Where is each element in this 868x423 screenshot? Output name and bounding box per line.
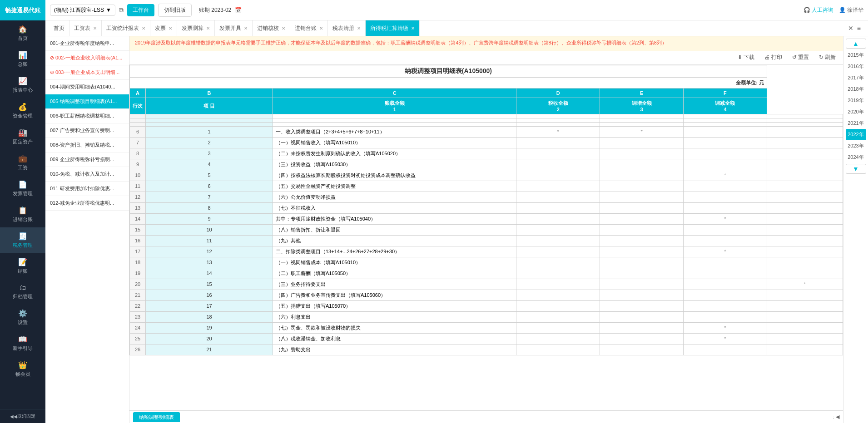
sidebar-item-purchases[interactable]: 📋 进销台账 [0, 202, 45, 227]
row-col-f[interactable] [767, 213, 843, 224]
row-col-c[interactable] [516, 122, 600, 126]
table-row[interactable]: 2116（四）广告费和业务宣传费支出（填写A105060） [130, 290, 843, 300]
row-col-f[interactable] [767, 137, 843, 148]
year-button[interactable]: 2019年 [846, 95, 866, 106]
menu-icon[interactable]: ≡ [857, 25, 861, 32]
row-col-f[interactable] [767, 181, 843, 192]
row-col-c[interactable] [516, 290, 600, 300]
old-version-button[interactable]: 切到旧版 [158, 4, 192, 17]
refresh-button[interactable]: ↻ 刷新 [816, 52, 838, 63]
row-col-f[interactable] [767, 246, 843, 257]
row-col-d[interactable] [600, 246, 684, 257]
row-col-e[interactable]: * [684, 246, 767, 257]
row-col-f[interactable] [767, 118, 843, 122]
row-col-f[interactable] [767, 322, 843, 333]
table-row[interactable]: 149 其中：专项用途财政性资金（填写A105040）* [130, 213, 843, 224]
table-row[interactable]: 94（三）投资收益（填写A105030） [130, 159, 843, 170]
close-tab-icon[interactable]: ✕ [142, 26, 145, 31]
row-col-d[interactable] [600, 122, 684, 126]
left-item-008[interactable]: 008-资产折旧、摊销及纳税... [45, 138, 129, 152]
year-button[interactable]: 2015年 [846, 49, 866, 61]
table-row[interactable]: 1611（九）其他 [130, 235, 843, 246]
table-row[interactable]: 2217（五）捐赠支出（填写A105070） [130, 300, 843, 311]
row-col-f[interactable] [767, 344, 843, 355]
row-col-e[interactable] [684, 202, 767, 213]
close-tab-icon[interactable]: ✕ [93, 26, 97, 31]
row-col-f[interactable] [767, 114, 843, 118]
left-item-009[interactable]: 009-企业所得税弥补亏损明... [45, 152, 129, 167]
tab-close-all[interactable]: ✕ ≡ [844, 25, 864, 32]
copy-icon[interactable]: ⧉ [119, 6, 124, 14]
row-col-f[interactable] [767, 122, 843, 126]
calendar-icon[interactable]: 📅 [235, 7, 242, 13]
left-item-010[interactable]: 010-免税、减计收入及加计... [45, 167, 129, 182]
row-col-c[interactable] [516, 311, 600, 322]
row-col-d[interactable] [600, 114, 684, 118]
tab-invoice-calc[interactable]: 发票测算 ✕ [177, 20, 215, 36]
row-col-e[interactable]: * [684, 170, 767, 181]
row-col-d[interactable] [600, 333, 684, 344]
row-col-d[interactable] [600, 257, 684, 268]
row-col-f[interactable] [767, 202, 843, 213]
left-item-004[interactable]: 004-期间费用明细表(A1040... [45, 80, 129, 94]
table-row[interactable]: 83（二）未按权责发生制原则确认的收入（填写A105020） [130, 148, 843, 159]
row-col-e[interactable] [684, 235, 767, 246]
support-link[interactable]: 🎧 人工咨询 [804, 6, 833, 14]
sidebar-item-guide[interactable]: 📖 新手引导 [0, 330, 45, 356]
table-row[interactable]: 2015（三）业务招待要支出* [130, 279, 843, 290]
row-col-c[interactable] [516, 224, 600, 235]
workbench-button[interactable]: 工作台 [127, 4, 154, 16]
sidebar-item-ledger[interactable]: 📊 总账 [0, 46, 45, 72]
row-col-d[interactable] [600, 213, 684, 224]
row-col-e[interactable] [684, 181, 767, 192]
table-row[interactable]: 127（六）公允价值变动净损益 [130, 192, 843, 202]
left-item-007[interactable]: 007-广告费和业务宣传费明... [45, 123, 129, 138]
close-tab-icon[interactable]: ✕ [206, 26, 210, 31]
year-button[interactable]: 2018年 [846, 84, 866, 95]
year-scroll-up[interactable]: ▲ [846, 39, 866, 49]
row-col-d[interactable] [600, 224, 684, 235]
row-col-d[interactable] [600, 118, 684, 122]
row-col-d[interactable] [600, 192, 684, 202]
user-avatar[interactable]: 👤 徐泽华 [839, 6, 863, 14]
row-col-c[interactable] [516, 333, 600, 344]
left-item-005[interactable]: 005-纳税调整项目明细表(A1... [45, 94, 129, 109]
row-col-d[interactable] [600, 268, 684, 279]
row-col-e[interactable] [684, 300, 767, 311]
row-col-e[interactable] [684, 268, 767, 279]
row-col-c[interactable] [516, 148, 600, 159]
row-col-e[interactable] [684, 137, 767, 148]
tab-purchase-check[interactable]: 进销核校 ✕ [253, 20, 290, 36]
close-tab-icon[interactable]: ✕ [319, 26, 323, 31]
row-col-e[interactable]: * [684, 213, 767, 224]
row-col-e[interactable] [684, 118, 767, 122]
row-col-e[interactable] [684, 257, 767, 268]
sidebar-item-close[interactable]: 📝 结账 [0, 253, 45, 279]
left-item-012[interactable]: 012-减免企业所得税优惠明... [45, 196, 129, 211]
left-item-001[interactable]: 001-企业所得税年度纳税申... [45, 36, 129, 51]
row-col-f[interactable] [767, 333, 843, 344]
tab-purchase-ledger[interactable]: 进销台账 ✕ [290, 20, 328, 36]
row-col-c[interactable] [516, 246, 600, 257]
row-col-e[interactable]: * [684, 322, 767, 333]
row-col-e[interactable]: * [684, 333, 767, 344]
table-row[interactable]: 72（一）视同销售收入（填写A105010） [130, 137, 843, 148]
close-tab-icon[interactable]: ✕ [244, 26, 248, 31]
row-col-f[interactable] [767, 268, 843, 279]
left-item-011[interactable]: 011-研发费用加计扣除优惠... [45, 182, 129, 196]
row-col-f[interactable] [767, 235, 843, 246]
row-col-d[interactable]: * [600, 126, 684, 137]
tab-salary-stats[interactable]: 工资统计报表 ✕ [102, 20, 150, 36]
year-button[interactable]: 2023年 [846, 140, 866, 152]
row-col-f[interactable]: * [767, 279, 843, 290]
year-button[interactable]: 2020年 [846, 106, 866, 118]
table-row[interactable]: 2520（八）税收滞纳金、加收利息* [130, 333, 843, 344]
row-col-f[interactable] [767, 290, 843, 300]
sidebar-item-settings[interactable]: ⚙️ 设置 [0, 305, 45, 330]
row-col-f[interactable] [767, 126, 843, 137]
close-tab-icon[interactable]: ✕ [357, 26, 361, 31]
row-col-c[interactable] [516, 181, 600, 192]
row-col-d[interactable] [600, 290, 684, 300]
tab-invoice[interactable]: 发票 ✕ [150, 20, 177, 36]
left-item-002[interactable]: ⊘ 002-一般企业收入明细表(A1... [45, 51, 129, 65]
